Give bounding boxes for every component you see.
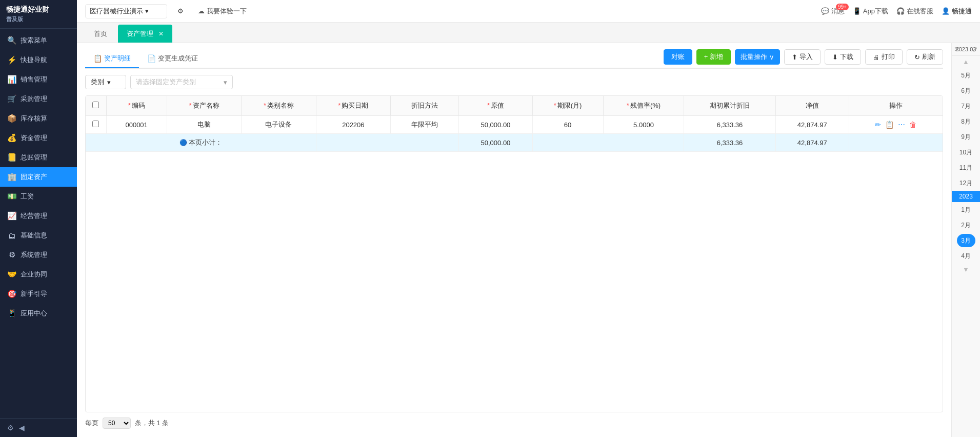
calendar-close-icon[interactable]: ✕	[954, 45, 960, 53]
new-btn[interactable]: + 新增	[696, 49, 731, 65]
sidebar-label-search: 搜索菜单	[21, 36, 47, 45]
col-category: *类别名称	[242, 96, 316, 116]
sidebar-label-sales: 销售管理	[21, 75, 47, 84]
col-depreciation-method: 折旧方法	[391, 96, 459, 116]
subtotal-net-value: 42,874.97	[775, 134, 849, 152]
cal-month-9月[interactable]: 9月	[957, 130, 975, 144]
per-page-select[interactable]: 50 10 20 100	[103, 418, 131, 429]
sidebar-item-fund[interactable]: 💰资金管理	[0, 128, 77, 148]
sub-tab-asset-detail[interactable]: 📋 资产明细	[85, 50, 139, 68]
user-avatar[interactable]: 👤 畅捷通	[942, 7, 972, 16]
sidebar-item-purchase[interactable]: 🛒采购管理	[0, 89, 77, 109]
app-download-btn[interactable]: 📱 App下载	[853, 7, 888, 16]
edit-icon[interactable]: ✏	[875, 121, 881, 129]
cal-month-2月[interactable]: 2月	[957, 218, 975, 232]
more-icon[interactable]: ⋯	[898, 121, 905, 129]
ledger-icon: 📒	[7, 153, 16, 162]
row-period: 60	[532, 116, 603, 134]
sidebar-item-payroll[interactable]: 💵工资	[0, 187, 77, 206]
tab-close-icon[interactable]: ✕	[158, 30, 164, 37]
settings-btn[interactable]: ⚙	[173, 5, 188, 17]
sidebar-item-basic[interactable]: 🗂基础信息	[0, 226, 77, 245]
copy-icon[interactable]: 📋	[885, 121, 894, 129]
select-all-checkbox[interactable]	[92, 102, 99, 108]
sidebar-item-inventory[interactable]: 📦库存核算	[0, 109, 77, 128]
category-placeholder: 请选择固定资产类别	[136, 77, 196, 87]
col-actions: 操作	[849, 96, 943, 116]
batch-label: 批量操作	[741, 52, 767, 62]
sidebar-label-guide: 新手引导	[21, 289, 47, 299]
row-net-value: 42,874.97	[775, 116, 849, 134]
col-accumulated-depreciation: 期初累计折旧	[684, 96, 775, 116]
top-header: 医疗器械行业演示 ▾ ⚙ ☁ 我要体验一下 💬 消息 99+ 📱 App下载 🎧…	[77, 0, 980, 23]
sidebar-item-fixedassets[interactable]: 🏢固定资产	[0, 167, 77, 187]
row-name: 电脑	[167, 116, 241, 134]
batch-btn[interactable]: 批量操作 ∨	[735, 49, 780, 65]
sub-tab-voucher[interactable]: 📄 变更生成凭证	[139, 50, 206, 68]
cal-nav-down[interactable]: ▼	[952, 264, 980, 275]
experience-btn[interactable]: ☁ 我要体验一下	[194, 5, 251, 18]
search-icon: 🔍	[7, 36, 16, 45]
cal-month-6月[interactable]: 6月	[957, 84, 975, 97]
per-page-label: 每页	[85, 419, 98, 428]
company-selector[interactable]: 医疗器械行业演示 ▾	[85, 4, 167, 18]
tab-asset-management[interactable]: 资产管理 ✕	[118, 25, 172, 43]
asset-table: *编码 *资产名称 *类别名称 *购买日期 折旧方法 *原值 *期限(月) *残…	[85, 95, 943, 412]
col-checkbox	[86, 96, 106, 116]
cal-year-label: 2023	[952, 191, 980, 202]
sidebar-item-cooperation[interactable]: 🤝企业协同	[0, 265, 77, 284]
cal-nav-up[interactable]: ▲	[952, 56, 980, 68]
experience-label: 我要体验一下	[207, 7, 247, 16]
cal-month-3月[interactable]: 3月	[957, 234, 975, 247]
cal-month-7月[interactable]: 7月	[957, 100, 975, 113]
download-btn[interactable]: ⬇ 下载	[825, 49, 861, 65]
subtotal-actions	[849, 134, 943, 152]
sub-tab-voucher-label: 变更生成凭证	[158, 54, 198, 63]
sidebar-item-sales[interactable]: 📊销售管理	[0, 70, 77, 89]
sidebar-item-guide[interactable]: 🎯新手引导	[0, 284, 77, 304]
refresh-btn[interactable]: ↻ 刷新	[907, 49, 943, 65]
cal-month-1月[interactable]: 1月	[957, 203, 975, 216]
sidebar-item-appstore[interactable]: 📱应用中心	[0, 304, 77, 323]
cal-month-8月[interactable]: 8月	[957, 115, 975, 128]
calendar-scroll[interactable]: ▲ 5月6月7月8月9月10月11月12月 2023 1月2月3月4月 ▼	[952, 56, 980, 437]
category-filter[interactable]: 类别 ▾	[85, 75, 126, 89]
tab-home[interactable]: 首页	[85, 25, 116, 43]
row-category: 电子设备	[242, 116, 316, 134]
cal-month-11月[interactable]: 11月	[957, 161, 975, 174]
filter-bar: 类别 ▾ 请选择固定资产类别 ▾	[85, 75, 943, 89]
cal-month-4月[interactable]: 4月	[957, 249, 975, 263]
reconcile-btn[interactable]: 对账	[664, 49, 692, 65]
sidebar-label-basic: 基础信息	[21, 231, 47, 240]
print-btn[interactable]: 🖨 打印	[865, 49, 903, 65]
category-input[interactable]: 请选择固定资产类别 ▾	[130, 75, 233, 89]
delete-icon[interactable]: 🗑	[909, 121, 916, 129]
category-dropdown-icon: ▾	[107, 78, 111, 86]
sidebar-item-quicknav[interactable]: ⚡快捷导航	[0, 50, 77, 70]
sidebar-item-operations[interactable]: 📈经营管理	[0, 206, 77, 226]
company-dropdown-icon: ▾	[145, 7, 149, 15]
import-btn[interactable]: ⬆ 导入	[784, 49, 821, 65]
row-checkbox[interactable]	[86, 116, 106, 134]
row-residual-rate: 5.0000	[603, 116, 684, 134]
sidebar-item-system[interactable]: ⚙系统管理	[0, 245, 77, 265]
cal-month-5月[interactable]: 5月	[957, 69, 975, 82]
collapse-icon[interactable]: ◀	[19, 424, 25, 432]
category-input-arrow: ▾	[224, 78, 227, 86]
message-btn[interactable]: 💬 消息 99+	[821, 7, 845, 16]
subtotal-empty2	[532, 134, 684, 152]
sidebar-item-ledger[interactable]: 📒总账管理	[0, 148, 77, 167]
cal-month-10月[interactable]: 10月	[957, 146, 975, 159]
category-label: 类别	[91, 77, 104, 87]
pagination: 每页 50 10 20 100 条，共 1 条	[85, 412, 943, 431]
cooperation-icon: 🤝	[7, 270, 16, 279]
header-right: 💬 消息 99+ 📱 App下载 🎧 在线客服 👤 畅捷通	[821, 7, 972, 16]
quicknav-icon: ⚡	[7, 55, 16, 65]
settings-icon[interactable]: ⚙	[7, 424, 14, 432]
calendar-expand-icon[interactable]: ⤢	[972, 45, 978, 53]
online-service-btn[interactable]: 🎧 在线客服	[896, 7, 933, 16]
payroll-icon: 💵	[7, 192, 16, 201]
sidebar-label-operations: 经营管理	[21, 211, 47, 221]
sidebar-item-search[interactable]: 🔍搜索菜单	[0, 31, 77, 50]
cal-month-12月[interactable]: 12月	[957, 176, 975, 190]
